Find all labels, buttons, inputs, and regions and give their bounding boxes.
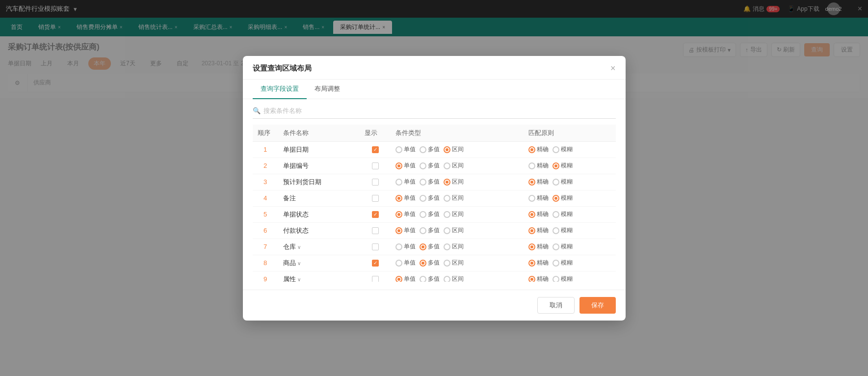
dialog-tabs: 查询字段设置 布局调整 xyxy=(243,80,626,99)
dialog-header: 设置查询区域布局 × xyxy=(243,56,626,80)
tab-layout-adjust[interactable]: 布局调整 xyxy=(307,80,348,99)
dialog: 设置查询区域布局 × 查询字段设置 布局调整 🔍 顺序 条件名称 xyxy=(243,56,626,99)
modal-overlay: 设置查询区域布局 × 查询字段设置 布局调整 🔍 顺序 条件名称 xyxy=(0,0,868,98)
tab-query-field-settings[interactable]: 查询字段设置 xyxy=(253,80,307,99)
dialog-close-button[interactable]: × xyxy=(610,64,616,73)
dialog-title: 设置查询区域布局 xyxy=(253,64,312,73)
